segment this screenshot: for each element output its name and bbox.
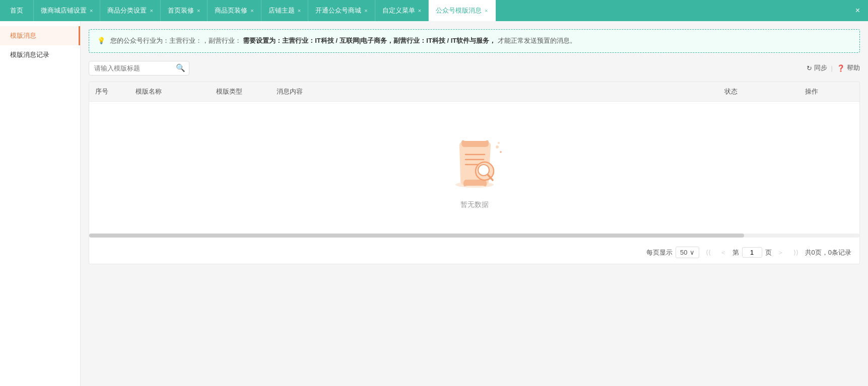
sidebar: 模版消息 模版消息记录 [0,21,81,386]
main-content: 💡 您的公众号行业为：主营行业：，副营行业： 需要设置为：主营行业：IT科技 /… [81,21,868,386]
notice-icon: 💡 [97,37,105,44]
col-header-type: 模版类型 [210,82,271,101]
search-bar: 🔍 ↻ 同步 | ❓ 帮助 [89,61,860,75]
table-header: 序号 模版名称 模版类型 消息内容 状态 操作 [89,82,859,102]
close-icon[interactable]: × [298,8,301,14]
search-right: ↻ 同步 | ❓ 帮助 [807,63,860,72]
col-header-content: 消息内容 [271,82,718,101]
nav-item-home[interactable]: 首页 [0,0,34,21]
search-icon[interactable]: 🔍 [176,63,185,72]
search-left: 🔍 [89,61,189,75]
data-table: 序号 模版名称 模版类型 消息内容 状态 操作 [89,82,860,264]
nav-item-category[interactable]: 商品分类设置 × [100,0,160,21]
divider: | [831,64,833,72]
col-header-name: 模版名称 [129,82,210,101]
top-navigation: 首页 微商城店铺设置 × 商品分类设置 × 首页装修 × 商品页装修 × 店铺主… [0,0,868,21]
first-page-button[interactable]: ⟨⟨ [702,247,714,259]
chevron-down-icon: ∨ [690,249,695,256]
nav-item-product-decor[interactable]: 商品页装修 × [208,0,261,21]
next-page-button[interactable]: ＞ [775,247,787,259]
col-header-index: 序号 [89,82,129,101]
notice-box: 💡 您的公众号行业为：主营行业：，副营行业： 需要设置为：主营行业：IT科技 /… [89,29,860,53]
close-icon[interactable]: × [150,8,153,14]
close-icon[interactable]: × [250,8,253,14]
page-number-input[interactable] [742,247,762,258]
page-suffix: 页 [765,248,772,257]
search-input-wrap: 🔍 [89,61,189,75]
page-total: 共0页，0条记录 [805,248,851,257]
sidebar-item-template-msg-record[interactable]: 模版消息记录 [0,45,80,64]
empty-illustration [444,132,505,192]
col-header-status: 状态 [718,82,799,101]
close-icon[interactable]: × [485,8,488,14]
empty-state: 暂无数据 [89,102,859,229]
per-page-label: 每页显示 [646,248,673,257]
scrollbar-thumb[interactable] [89,234,744,238]
last-page-button[interactable]: ⟩⟩ [790,247,802,259]
svg-point-7 [496,145,499,148]
search-input[interactable] [89,61,189,75]
main-layout: 模版消息 模版消息记录 💡 您的公众号行业为：主营行业：，副营行业： 需要设置为… [0,21,868,386]
sidebar-item-template-msg[interactable]: 模版消息 [0,26,80,45]
nav-item-shop-settings[interactable]: 微商城店铺设置 × [34,0,100,21]
close-icon[interactable]: × [364,8,367,14]
empty-text: 暂无数据 [460,200,489,209]
per-page-select[interactable]: 50 ∨ [676,247,699,258]
close-icon[interactable]: × [197,8,200,14]
close-icon[interactable]: × [90,8,93,14]
col-header-action: 操作 [799,82,859,101]
svg-point-9 [498,142,500,144]
pagination: 每页显示 50 ∨ ⟨⟨ ＜ 第 页 ＞ ⟩⟩ 共0页，0条记录 [89,242,859,264]
nav-item-template-msg[interactable]: 公众号模版消息 × [429,0,495,21]
prev-page-button[interactable]: ＜ [717,247,729,259]
horizontal-scrollbar[interactable] [89,234,859,238]
nav-item-open-mall[interactable]: 开通公众号商城 × [308,0,375,21]
svg-point-8 [500,151,502,153]
help-icon: ❓ [837,64,845,72]
page-label: 第 [732,248,739,257]
close-icon[interactable]: × [418,8,421,14]
nav-item-theme[interactable]: 店铺主题 × [261,0,308,21]
help-button[interactable]: ❓ 帮助 [837,63,860,72]
nav-item-homepage-decor[interactable]: 首页装修 × [161,0,208,21]
sync-icon: ↻ [807,64,812,72]
sync-button[interactable]: ↻ 同步 [807,63,827,72]
nav-item-custom-menu[interactable]: 自定义菜单 × [375,0,429,21]
global-close-icon[interactable]: × [855,6,860,15]
